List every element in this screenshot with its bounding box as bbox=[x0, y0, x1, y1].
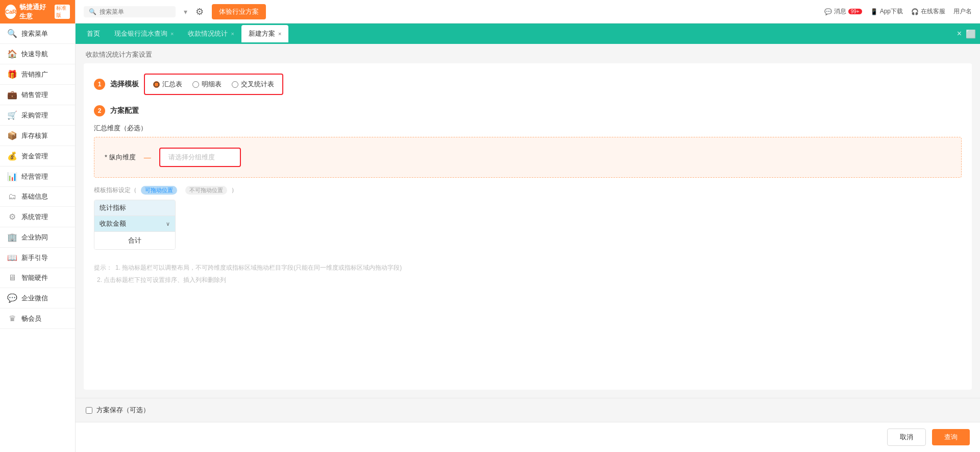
close-window-button[interactable]: × bbox=[957, 29, 962, 38]
dimension-placeholder: 请选择分组维度 bbox=[168, 153, 215, 161]
radio-detail[interactable]: 明细表 bbox=[192, 80, 222, 89]
save-label: 方案保存（可选） bbox=[96, 406, 150, 415]
sidebar-item-wechat[interactable]: 💬 企业微信 bbox=[0, 288, 75, 308]
tip1-text: 1. 拖动标题栏可以调整布局，不可跨维度或指标区域拖动栏目字段(只能在同一维度或… bbox=[115, 261, 402, 274]
download-label: App下载 bbox=[880, 7, 903, 16]
step2-number: 2 bbox=[94, 105, 105, 116]
tip-line-2: 2. 点击标题栏下拉可设置排序、插入列和删除列 bbox=[94, 274, 962, 286]
radio-detail-label: 明细表 bbox=[202, 80, 222, 89]
sidebar-item-marketing[interactable]: 🎁 营销推广 bbox=[0, 64, 75, 85]
radio-summary[interactable]: 汇总表 bbox=[153, 80, 182, 89]
indicator-config-close: ） bbox=[231, 186, 237, 195]
maximize-window-button[interactable]: ⬜ bbox=[966, 29, 976, 39]
topbar-actions: 💬 消息 99+ 📱 App下载 🎧 在线客服 用户名 bbox=[824, 7, 972, 16]
sidebar-item-label: 搜索菜单 bbox=[21, 29, 48, 38]
template-selection: 汇总表 明细表 交叉统计表 bbox=[144, 74, 283, 95]
indicator-col1[interactable]: 收款金额 ∨ bbox=[94, 216, 175, 232]
indicator-col1-dropdown[interactable]: ∨ bbox=[166, 221, 170, 227]
radio-cross-label: 交叉统计表 bbox=[241, 80, 274, 89]
tab-receipts[interactable]: 收款情况统计 × bbox=[181, 25, 241, 42]
step2-section: 2 方案配置 汇总维度（必选） * 纵向维度 — 请选择分组维度 bbox=[94, 105, 962, 286]
sidebar-item-hardware[interactable]: 🖥 智能硬件 bbox=[0, 268, 75, 288]
summary-dimension-label: 汇总维度（必选） bbox=[94, 124, 962, 133]
sidebar-item-collab[interactable]: 🏢 企业协同 bbox=[0, 227, 75, 248]
home-icon: 🏠 bbox=[7, 49, 17, 59]
step1-title: 选择模板 bbox=[110, 80, 139, 89]
query-button[interactable]: 查询 bbox=[932, 429, 970, 445]
dimension-area: * 纵向维度 — 请选择分组维度 bbox=[94, 137, 962, 178]
sidebar-item-label: 采购管理 bbox=[21, 111, 48, 120]
step1-header: 1 选择模板 汇总表 明细表 bbox=[94, 74, 962, 95]
sidebar-item-label: 营销推广 bbox=[21, 70, 48, 79]
save-checkbox[interactable] bbox=[86, 407, 92, 414]
tab-home-label: 首页 bbox=[87, 29, 100, 38]
radio-cross-input[interactable] bbox=[232, 81, 238, 88]
user-name[interactable]: 用户名 bbox=[953, 7, 972, 16]
tab-home[interactable]: 首页 bbox=[80, 25, 107, 42]
indicator-config-row: 模板指标设定（ 可拖动位置 不可拖动位置 ） bbox=[94, 186, 962, 195]
step2-header: 2 方案配置 bbox=[94, 105, 962, 116]
sidebar-item-label: 经营管理 bbox=[21, 172, 48, 181]
step1-number: 1 bbox=[94, 79, 105, 90]
sidebar-item-label: 企业微信 bbox=[21, 294, 48, 303]
content-area: 1 选择模板 汇总表 明细表 bbox=[84, 63, 972, 390]
vertical-dimension-row: * 纵向维度 — 请选择分组维度 bbox=[105, 148, 951, 167]
sidebar-item-basic[interactable]: 🗂 基础信息 bbox=[0, 187, 75, 207]
radio-cross[interactable]: 交叉统计表 bbox=[232, 80, 274, 89]
template-radio-group: 汇总表 明细表 交叉统计表 bbox=[153, 80, 274, 89]
sidebar-item-label: 新手引导 bbox=[21, 253, 48, 263]
indicator-section: 模板指标设定（ 可拖动位置 不可拖动位置 ） 统计指标 收款金额 ∨ bbox=[94, 186, 962, 251]
message-button[interactable]: 💬 消息 99+ bbox=[824, 7, 862, 16]
sidebar-item-label: 基础信息 bbox=[21, 192, 48, 201]
search-icon: 🔍 bbox=[7, 29, 17, 38]
tab-new-plan-label: 新建方案 bbox=[249, 29, 275, 38]
support-button[interactable]: 🎧 在线客服 bbox=[911, 7, 945, 16]
topbar-search-box[interactable]: 🔍 bbox=[84, 6, 176, 17]
sidebar-item-member[interactable]: ♛ 畅会员 bbox=[0, 308, 75, 329]
tip-line-1: 提示： 1. 拖动标题栏可以调整布局，不可跨维度或指标区域拖动栏目字段(只能在同… bbox=[94, 261, 962, 274]
download-icon: 📱 bbox=[870, 8, 878, 15]
folder-icon: 🗂 bbox=[7, 192, 17, 201]
tab-bank[interactable]: 现金银行流水查询 × bbox=[107, 25, 181, 42]
edition-badge: 标准版 bbox=[55, 5, 70, 19]
sidebar-item-label: 系统管理 bbox=[21, 212, 48, 222]
sidebar-item-nav[interactable]: 🏠 快速导航 bbox=[0, 44, 75, 64]
sidebar-item-sales[interactable]: 💼 销售管理 bbox=[0, 85, 75, 105]
step1-section: 1 选择模板 汇总表 明细表 bbox=[94, 74, 962, 95]
sidebar-item-purchase[interactable]: 🛒 采购管理 bbox=[0, 105, 75, 126]
sidebar-item-finance[interactable]: 💰 资金管理 bbox=[0, 146, 75, 166]
indicator-col1-label: 收款金额 bbox=[100, 219, 126, 228]
sidebar-item-system[interactable]: ⚙ 系统管理 bbox=[0, 207, 75, 227]
download-button[interactable]: 📱 App下载 bbox=[870, 7, 903, 16]
tab-new-plan-close[interactable]: × bbox=[278, 31, 281, 37]
tab-receipts-close[interactable]: × bbox=[231, 31, 234, 37]
chat-icon: 💬 bbox=[7, 293, 17, 303]
breadcrumb: 收款情况统计方案设置 bbox=[76, 44, 980, 63]
dim-arrow-icon: — bbox=[144, 153, 151, 161]
tab-bank-label: 现金银行流水查询 bbox=[114, 29, 167, 38]
indicator-header-label: 统计指标 bbox=[100, 203, 126, 212]
sidebar-item-inventory[interactable]: 📦 库存核算 bbox=[0, 126, 75, 146]
dimension-select-box[interactable]: 请选择分组维度 bbox=[159, 148, 241, 167]
tab-bank-close[interactable]: × bbox=[170, 31, 174, 37]
sidebar-item-operation[interactable]: 📊 经营管理 bbox=[0, 166, 75, 187]
industry-plan-button[interactable]: 体验行业方案 bbox=[212, 4, 266, 19]
sidebar-item-label: 企业协同 bbox=[21, 233, 48, 242]
search-input[interactable] bbox=[100, 8, 161, 15]
sidebar-item-search[interactable]: 🔍 搜索菜单 bbox=[0, 23, 75, 44]
radio-summary-input[interactable] bbox=[153, 81, 160, 88]
briefcase-icon: 💼 bbox=[7, 90, 17, 100]
radio-summary-label: 汇总表 bbox=[162, 80, 182, 89]
logo-text: 畅捷通好生意 bbox=[19, 3, 51, 21]
radio-detail-input[interactable] bbox=[192, 81, 199, 88]
sidebar-item-label: 资金管理 bbox=[21, 152, 48, 161]
sidebar-logo: CaR 畅捷通好生意 标准版 bbox=[0, 0, 75, 23]
sidebar-item-label: 畅会员 bbox=[21, 314, 41, 323]
sidebar-item-label: 快速导航 bbox=[21, 50, 48, 59]
step2-title: 方案配置 bbox=[110, 106, 139, 115]
dropdown-arrow-icon[interactable]: ▾ bbox=[184, 8, 187, 16]
cancel-button[interactable]: 取消 bbox=[887, 429, 926, 446]
sidebar-item-guide[interactable]: 📖 新手引导 bbox=[0, 248, 75, 268]
settings-icon[interactable]: ⚙ bbox=[195, 6, 204, 17]
tab-new-plan[interactable]: 新建方案 × bbox=[241, 25, 288, 42]
